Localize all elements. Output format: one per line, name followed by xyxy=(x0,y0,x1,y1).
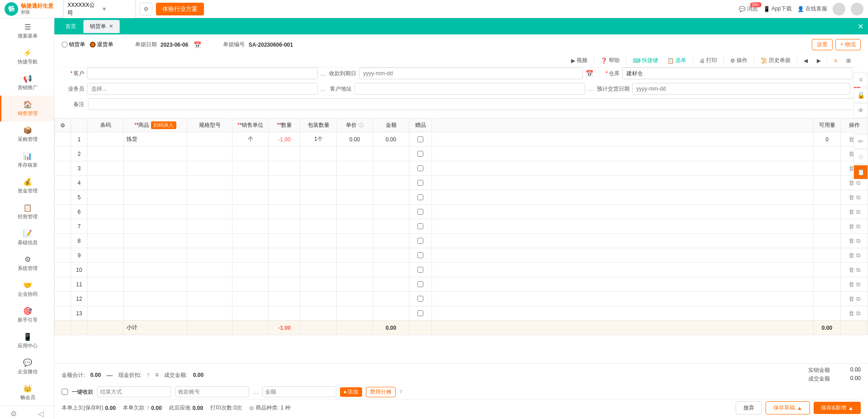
toolbar-help[interactable]: ❓ 帮助 xyxy=(598,56,622,65)
cell-gift-4[interactable] xyxy=(409,190,432,205)
cell-pkgqty-9[interactable] xyxy=(301,263,337,277)
cell-pkgqty-4[interactable] xyxy=(301,190,337,205)
cell-product-2[interactable] xyxy=(124,161,187,176)
message-button[interactable]: 💬 消息 99+ xyxy=(739,5,758,13)
cell-barcode-3[interactable] xyxy=(87,176,124,190)
gift-checkbox-9[interactable] xyxy=(417,267,423,273)
customer-addr-more-icon[interactable]: ... xyxy=(588,85,593,92)
copy-icon-4[interactable]: ⧉ xyxy=(856,194,860,201)
cell-amount-0[interactable]: 0.00 xyxy=(373,132,409,147)
cell-unit-1[interactable] xyxy=(233,147,269,161)
tab-sales-order[interactable]: 销货单 ✕ xyxy=(83,20,120,33)
delete-icon-5[interactable]: 🗑 xyxy=(849,208,854,216)
rp-btn-5[interactable]: ✏ xyxy=(853,134,868,149)
cell-qty-4[interactable] xyxy=(269,190,301,205)
cell-product-0[interactable]: 拣货 xyxy=(124,132,187,147)
sidebar-item-wechat[interactable]: 💬 企业微信 xyxy=(0,354,54,380)
app-download-button[interactable]: 📱 App下载 xyxy=(763,5,792,13)
due-date-input[interactable] xyxy=(359,67,582,79)
cell-product-6[interactable] xyxy=(124,219,187,234)
cell-spec-9[interactable] xyxy=(187,263,233,277)
avatar-2[interactable] xyxy=(851,3,863,15)
cell-barcode-12[interactable] xyxy=(87,306,124,321)
cell-amount-4[interactable] xyxy=(373,190,409,205)
cell-product-5[interactable] xyxy=(124,205,187,219)
cell-unit-9[interactable] xyxy=(233,263,269,277)
cell-gift-8[interactable] xyxy=(409,248,432,263)
cell-barcode-0[interactable] xyxy=(87,132,124,147)
sidebar-item-member[interactable]: 👑 畅会员 xyxy=(0,380,54,405)
cell-spec-10[interactable] xyxy=(187,277,233,292)
cell-gift-7[interactable] xyxy=(409,234,432,248)
toolbar-shortcut[interactable]: ⌨ 快捷键 xyxy=(630,56,661,65)
sidebar-item-operations[interactable]: 📋 经营管理 xyxy=(0,199,54,225)
cell-gift-6[interactable] xyxy=(409,219,432,234)
delete-icon-6[interactable]: 🗑 xyxy=(849,223,854,230)
toolbar-print[interactable]: 🖨 打印 xyxy=(697,56,720,65)
cell-barcode-2[interactable] xyxy=(87,161,124,176)
cell-unit-0[interactable]: 个 xyxy=(233,132,269,147)
radio-return-input[interactable] xyxy=(90,42,96,48)
cell-price-8[interactable] xyxy=(337,248,373,263)
cell-pkgqty-0[interactable]: 1个 xyxy=(301,132,337,147)
cell-qty-10[interactable] xyxy=(269,277,301,292)
cell-price-3[interactable] xyxy=(337,176,373,190)
cell-qty-2[interactable] xyxy=(269,161,301,176)
save-new-button[interactable]: 保存&新增 ▲ xyxy=(814,402,861,414)
rp-btn-6[interactable]: ☆ xyxy=(853,149,868,164)
cell-gift-9[interactable] xyxy=(409,263,432,277)
cell-pkgqty-3[interactable] xyxy=(301,176,337,190)
cell-product-10[interactable] xyxy=(124,277,187,292)
cell-product-9[interactable] xyxy=(124,263,187,277)
account-input[interactable] xyxy=(175,386,249,397)
cell-amount-7[interactable] xyxy=(373,234,409,248)
cell-spec-3[interactable] xyxy=(187,176,233,190)
cell-price-7[interactable] xyxy=(337,234,373,248)
salesman-more-icon[interactable]: ... xyxy=(320,85,326,92)
cell-unit-6[interactable] xyxy=(233,219,269,234)
copy-icon-5[interactable]: ⧉ xyxy=(856,208,860,216)
cell-unit-5[interactable] xyxy=(233,205,269,219)
expense-help-icon[interactable]: ? xyxy=(399,389,402,395)
gift-checkbox-0[interactable] xyxy=(417,136,423,142)
cell-unit-8[interactable] xyxy=(233,248,269,263)
tab-close-window-icon[interactable]: ✕ xyxy=(858,22,863,31)
cell-qty-1[interactable] xyxy=(269,147,301,161)
cell-unit-7[interactable] xyxy=(233,234,269,248)
cell-price-10[interactable] xyxy=(337,277,373,292)
cell-spec-8[interactable] xyxy=(187,248,233,263)
cell-qty-9[interactable] xyxy=(269,263,301,277)
gift-checkbox-3[interactable] xyxy=(417,180,423,186)
delete-icon-9[interactable]: 🗑 xyxy=(849,266,854,274)
cell-spec-2[interactable] xyxy=(187,161,233,176)
delete-icon-8[interactable]: 🗑 xyxy=(849,252,854,259)
cell-amount-8[interactable] xyxy=(373,248,409,263)
avatar[interactable] xyxy=(833,3,845,15)
cell-price-4[interactable] xyxy=(337,190,373,205)
cell-product-4[interactable] xyxy=(124,190,187,205)
toolbar-view-list[interactable]: ≡ xyxy=(831,57,840,65)
sidebar-item-app-center[interactable]: 📱 应用中心 xyxy=(0,328,54,354)
scan-btn[interactable]: 扫码录入 xyxy=(151,121,176,129)
cell-gift-12[interactable] xyxy=(409,306,432,321)
warehouse-input[interactable] xyxy=(622,67,853,79)
calendar-icon[interactable]: 📅 xyxy=(194,41,201,48)
cell-barcode-6[interactable] xyxy=(87,219,124,234)
tab-home[interactable]: 首页 xyxy=(59,20,82,33)
th-settings[interactable]: ⚙ xyxy=(55,119,71,132)
delete-icon-3[interactable]: 🗑 xyxy=(849,179,854,187)
toolbar-view-grid[interactable]: ⊞ xyxy=(844,57,853,65)
customer-more-icon[interactable]: ... xyxy=(320,70,326,77)
cell-gift-0[interactable] xyxy=(409,132,432,147)
cell-product-1[interactable] xyxy=(124,147,187,161)
copy-icon-11[interactable]: ⧉ xyxy=(856,295,860,303)
cell-qty-11[interactable] xyxy=(269,292,301,306)
cell-unit-12[interactable] xyxy=(233,306,269,321)
cell-pkgqty-5[interactable] xyxy=(301,205,337,219)
cell-qty-7[interactable] xyxy=(269,234,301,248)
customer-addr-input[interactable] xyxy=(354,83,585,95)
cell-product-3[interactable] xyxy=(124,176,187,190)
cell-barcode-5[interactable] xyxy=(87,205,124,219)
note-input[interactable] xyxy=(88,98,861,110)
cell-pkgqty-10[interactable] xyxy=(301,277,337,292)
